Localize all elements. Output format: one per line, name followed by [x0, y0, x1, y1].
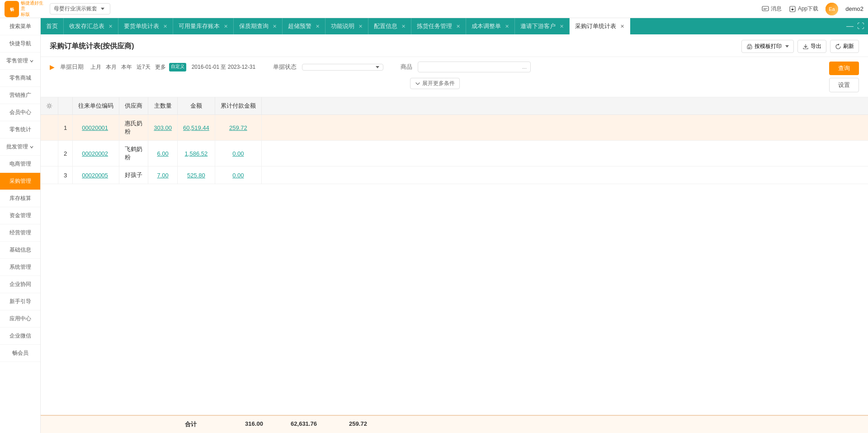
sidebar-item-system[interactable]: 系统管理 — [0, 259, 40, 276]
row-paid[interactable]: 259.72 — [215, 115, 261, 141]
tab-purchase-order-stats[interactable]: 采购订单统计表 ✕ — [570, 18, 630, 34]
sidebar-item-quicknav[interactable]: 快捷导航 — [0, 35, 40, 52]
row-index: 2 — [58, 141, 73, 167]
sidebar-item-newbie[interactable]: 新手引导 — [0, 293, 40, 310]
logo-subtext: 标版 — [21, 11, 45, 18]
row-paid[interactable]: 0.00 — [215, 167, 261, 184]
message-btn[interactable]: 消息 — [762, 5, 782, 13]
tab-picking[interactable]: 拣货任务管理 ✕ — [411, 18, 466, 34]
tab-cost-adjust[interactable]: 成本调整单 ✕ — [466, 18, 515, 34]
close-icon[interactable]: ✕ — [273, 24, 277, 29]
shortcut-more[interactable]: 更多 — [154, 63, 167, 71]
sidebar-item-marketing[interactable]: 营销推广 — [0, 87, 40, 104]
sidebar-item-app-center[interactable]: 应用中心 — [0, 310, 40, 328]
company-dropdown[interactable]: 母婴行业演示账套 — [50, 3, 110, 14]
footer-qty: 316.00 — [231, 420, 277, 428]
shortcut-this-year[interactable]: 本年 — [120, 63, 133, 71]
svg-text:畅: 畅 — [10, 7, 14, 12]
tab-feature-desc[interactable]: 功能说明 ✕ — [326, 18, 368, 34]
sidebar-item-search[interactable]: 搜索菜单 — [0, 18, 40, 35]
tab-invite[interactable]: 邀请下游客户 ✕ — [515, 18, 570, 34]
row-amount[interactable]: 60,519.44 — [178, 115, 215, 141]
row-code[interactable]: 00020005 — [73, 167, 119, 184]
row-settings-cell — [41, 167, 58, 184]
app-download-btn[interactable]: App下载 — [789, 5, 818, 13]
sidebar-item-enterprise[interactable]: 企业协同 — [0, 276, 40, 293]
page-title: 采购订单统计表(按供应商) — [50, 42, 134, 51]
row-amount[interactable]: 1,586.52 — [178, 141, 215, 167]
sidebar-item-inventory[interactable]: 库存核算 — [0, 190, 40, 207]
chevron-down-icon — [785, 45, 789, 48]
expand-icon — [415, 81, 420, 86]
status-select[interactable] — [302, 64, 383, 71]
sidebar-item-ecommerce[interactable]: 电商管理 — [0, 156, 40, 173]
refresh-button[interactable]: 刷新 — [830, 40, 859, 53]
row-empty — [261, 167, 868, 184]
tab-label: 拣货任务管理 — [417, 22, 452, 30]
logo-svg: 畅 — [7, 4, 17, 14]
close-icon[interactable]: ✕ — [224, 24, 228, 29]
row-paid[interactable]: 0.00 — [215, 141, 261, 167]
row-code[interactable]: 00020001 — [73, 115, 119, 141]
close-icon[interactable]: ✕ — [505, 24, 509, 29]
col-qty-header: 主数量 — [148, 97, 178, 115]
minimize-icon[interactable]: — — [846, 22, 854, 30]
row-code[interactable]: 00020002 — [73, 141, 119, 167]
data-table: 往来单位编码 供应商 主数量 金额 累计付款金额 1 00020001 惠氏奶粉 — [41, 97, 868, 184]
sidebar-item-retail-shop[interactable]: 零售商城 — [0, 70, 40, 87]
sidebar-item-purchase[interactable]: 采购管理 — [0, 173, 40, 190]
row-qty[interactable]: 7.00 — [148, 167, 178, 184]
chevron-down-icon — [29, 59, 34, 63]
tab-config[interactable]: 配置信息 ✕ — [368, 18, 411, 34]
close-icon[interactable]: ✕ — [316, 24, 320, 29]
export-button[interactable]: 导出 — [797, 40, 826, 53]
row-amount[interactable]: 525.80 — [178, 167, 215, 184]
shortcut-7days[interactable]: 近7天 — [135, 63, 152, 71]
sidebar-item-operation[interactable]: 经营管理 — [0, 224, 40, 242]
shortcut-this-month[interactable]: 本月 — [104, 63, 118, 71]
table-container: 往来单位编码 供应商 主数量 金额 累计付款金额 1 00020001 惠氏奶粉 — [41, 97, 868, 415]
sidebar-item-wholesale[interactable]: 批发管理 — [0, 138, 40, 156]
row-qty[interactable]: 6.00 — [148, 141, 178, 167]
goods-input[interactable]: ... — [418, 62, 531, 72]
close-icon[interactable]: ✕ — [560, 24, 564, 29]
close-icon[interactable]: ✕ — [359, 24, 363, 29]
close-icon[interactable]: ✕ — [456, 24, 460, 29]
sidebar-item-member[interactable]: 会员中心 — [0, 104, 40, 121]
gear-icon[interactable] — [46, 103, 52, 109]
tab-order-stats[interactable]: 要货单统计表 ✕ — [118, 18, 173, 34]
maximize-icon[interactable]: ⛶ — [857, 22, 864, 30]
tab-expiry[interactable]: 保质期查询 ✕ — [234, 18, 283, 34]
setting-button[interactable]: 设置 — [829, 78, 859, 92]
sidebar-item-retail-stats[interactable]: 零售统计 — [0, 121, 40, 138]
close-icon[interactable]: ✕ — [620, 24, 624, 29]
sidebar-item-finance[interactable]: 资金管理 — [0, 207, 40, 224]
nav-tabs: 首页 收发存汇总表 ✕ 要货单统计表 ✕ 可用量库存账本 ✕ 保质期查询 ✕ — [41, 18, 868, 34]
footer-label: 合计 — [150, 420, 231, 428]
sidebar-item-wechat[interactable]: 企业微信 — [0, 328, 40, 345]
tab-stock-summary[interactable]: 收发存汇总表 ✕ — [64, 18, 118, 34]
svg-rect-7 — [748, 47, 751, 48]
shortcut-last-month[interactable]: 上月 — [89, 63, 103, 71]
tab-usable-stock[interactable]: 可用量库存账本 ✕ — [173, 18, 234, 34]
filter-toggle-arrow[interactable]: ▶ — [50, 63, 55, 71]
sidebar-item-basic-info[interactable]: 基础信息 — [0, 242, 40, 259]
query-button[interactable]: 查询 — [829, 62, 859, 75]
avatar: Ea — [826, 3, 838, 15]
table-footer: 合计 316.00 62,631.76 259.72 — [41, 415, 868, 433]
row-qty[interactable]: 303.00 — [148, 115, 178, 141]
close-icon[interactable]: ✕ — [163, 24, 167, 29]
tab-overstock[interactable]: 超储预警 ✕ — [283, 18, 326, 34]
col-amount-header: 金额 — [178, 97, 215, 115]
tab-home[interactable]: 首页 — [41, 18, 64, 34]
sidebar-item-member2[interactable]: 畅会员 — [0, 345, 40, 362]
print-button[interactable]: 按模板打印 — [741, 40, 794, 53]
tab-label: 可用量库存账本 — [179, 22, 220, 30]
row-settings-cell — [41, 115, 58, 141]
sidebar-item-retail-mgmt[interactable]: 零售管理 — [0, 52, 40, 70]
close-icon[interactable]: ✕ — [108, 24, 113, 29]
close-icon[interactable]: ✕ — [401, 24, 406, 29]
expand-more-btn[interactable]: 展开更多条件 — [410, 78, 460, 89]
chevron-down-icon — [29, 145, 34, 149]
message-icon — [762, 5, 769, 13]
